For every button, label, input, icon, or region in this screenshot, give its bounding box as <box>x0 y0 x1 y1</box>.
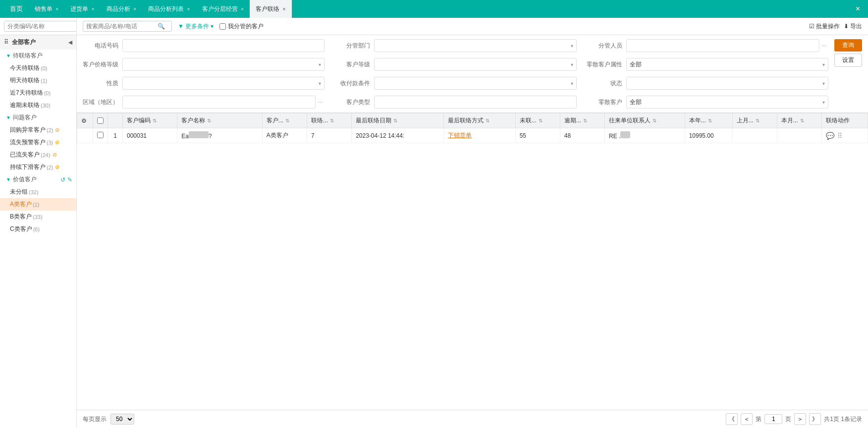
th-last-way-sort[interactable]: ⇅ <box>486 118 489 123</box>
filter-nature-select[interactable]: ▾ <box>122 77 325 90</box>
sidebar-item-a-class[interactable]: A类客户 (1) <box>0 198 76 211</box>
sidebar-group-pending[interactable]: ▼ 待联络客户 <box>0 50 76 62</box>
next-page-btn[interactable]: ＞ <box>794 413 806 425</box>
more-filters-btn[interactable]: ▼ 更多条件 ▾ <box>178 22 214 31</box>
th-gear[interactable]: ⚙ <box>77 113 93 128</box>
first-page-btn[interactable]: 《 <box>726 413 738 425</box>
td-code[interactable]: 000031 <box>123 128 177 143</box>
nav-tab-sales-close[interactable]: × <box>55 6 58 12</box>
sidebar-item-ungroup[interactable]: 未分组 (32) <box>0 186 76 198</box>
filter-manager-input[interactable] <box>626 39 819 52</box>
filter-region-input[interactable] <box>122 96 316 108</box>
th-uncontact-sort[interactable]: ⇅ <box>539 118 542 123</box>
nav-tab-customer-contact-close[interactable]: × <box>282 6 285 12</box>
filter-customer-grade-select[interactable]: ▾ <box>374 58 576 71</box>
my-customers-check[interactable]: 我分管的客户 <box>219 22 264 31</box>
th-this-month-sort[interactable]: ⇅ <box>800 118 804 123</box>
filter-payment-select[interactable]: ▾ <box>374 77 576 90</box>
th-overdue[interactable]: 逾期... ⇅ <box>560 113 604 128</box>
sidebar-item-c-class[interactable]: C类客户 (6) <box>0 223 76 235</box>
sidebar-item-abnormal[interactable]: 回购异常客户 (2) ⊘ <box>0 124 76 136</box>
filter-price-grade-select[interactable]: ▾ <box>122 58 325 71</box>
qr-action-icon[interactable]: ⠿ <box>837 132 842 140</box>
row-checkbox[interactable] <box>97 132 104 138</box>
th-name[interactable]: 客户名称 ⇅ <box>177 113 263 128</box>
nav-tab-customer-segment[interactable]: 客户分层经营 × <box>196 0 250 18</box>
refresh-icon[interactable]: ↺ <box>60 176 65 183</box>
th-overdue-sort[interactable]: ⇅ <box>583 118 587 123</box>
sidebar-item-b-class[interactable]: B类客户 (33) <box>0 211 76 223</box>
th-type-sort[interactable]: ⇅ <box>285 118 289 123</box>
nav-tab-analysis-list-close[interactable]: × <box>187 6 190 12</box>
th-last-date[interactable]: 最后联络日期 ⇅ <box>352 113 444 128</box>
query-button[interactable]: 查询 <box>834 39 862 52</box>
main-search-input[interactable] <box>86 23 156 30</box>
nav-tab-analysis-close[interactable]: × <box>133 6 136 12</box>
batch-op-btn[interactable]: ☑ 批量操作 <box>809 22 840 31</box>
th-this-year[interactable]: 本年... ⇅ <box>685 113 732 128</box>
th-last-month[interactable]: 上月... ⇅ <box>732 113 777 128</box>
filter-customer-type-input[interactable] <box>374 96 576 108</box>
sidebar-item-today[interactable]: 今天待联络 (0) <box>0 62 76 74</box>
nav-tab-customer-contact[interactable]: 客户联络 × <box>250 0 291 18</box>
nav-tab-analysis[interactable]: 商品分析 × <box>101 0 142 18</box>
filter-region-dots[interactable]: ··· <box>316 99 325 106</box>
select-all-checkbox[interactable] <box>97 117 104 124</box>
nav-tab-sales[interactable]: 销售单 × <box>29 0 64 18</box>
sidebar-item-overdue[interactable]: 逾期未联络 (30) <box>0 99 76 111</box>
th-contact-sort[interactable]: ⇅ <box>330 118 334 123</box>
th-overdue-label: 逾期... <box>564 116 581 125</box>
th-unit-contact[interactable]: 往来单位联系人 ⇅ <box>604 113 685 128</box>
7days-label: 近7天待联络 <box>10 89 43 97</box>
settings-button[interactable]: 设置 <box>834 54 862 67</box>
prev-page-btn[interactable]: ＜ <box>741 413 753 425</box>
last-way-link[interactable]: 下销货单 <box>448 132 472 139</box>
sidebar-group-problem[interactable]: ▼ 问题客户 <box>0 111 76 124</box>
th-name-sort[interactable]: ⇅ <box>207 118 211 123</box>
nav-tab-customer-segment-close[interactable]: × <box>241 6 244 12</box>
th-last-way[interactable]: 最后联络方式 ⇅ <box>444 113 516 128</box>
nav-tab-analysis-list[interactable]: 商品分析列表 × <box>142 0 196 18</box>
th-this-month[interactable]: 本月... ⇅ <box>777 113 821 128</box>
sidebar-item-loss-warn[interactable]: 流失预警客户 (3) ⊘ <box>0 136 76 149</box>
gear-icon: ⚙ <box>81 117 87 124</box>
filter-retail-attr-select[interactable]: 全部 ▾ <box>626 58 828 71</box>
sidebar-item-lost[interactable]: 已流失客户 (24) ⊘ <box>0 149 76 161</box>
nav-home[interactable]: 首页 <box>4 0 29 18</box>
th-this-year-sort[interactable]: ⇅ <box>708 118 712 123</box>
page-input[interactable] <box>764 414 782 424</box>
filter-status-select[interactable]: ▾ <box>626 77 828 90</box>
td-name[interactable]: Ea? <box>177 128 263 143</box>
sidebar-group-value[interactable]: ▼ 价值客户 ↺ ✎ <box>0 173 76 186</box>
edit-icon[interactable]: ✎ <box>67 176 72 183</box>
filter-dept-select[interactable]: ▾ <box>374 39 576 52</box>
sidebar-item-tomorrow[interactable]: 明天待联络 (1) <box>0 74 76 87</box>
sidebar-item-7days[interactable]: 近7天待联络 (0) <box>0 87 76 99</box>
th-unit-contact-sort[interactable]: ⇅ <box>652 118 656 123</box>
sidebar-item-declining[interactable]: 持续下滑客户 (2) ⊘ <box>0 161 76 173</box>
window-close-button[interactable]: × <box>852 4 864 13</box>
sidebar-collapse-icon[interactable]: ◀ <box>68 40 72 45</box>
filter-phone-input[interactable] <box>122 39 325 52</box>
th-last-month-sort[interactable]: ⇅ <box>756 118 760 123</box>
th-code-sort[interactable]: ⇅ <box>153 118 157 123</box>
nav-tab-sales-label: 销售单 <box>35 5 53 13</box>
th-type[interactable]: 客户... ⇅ <box>262 113 307 128</box>
th-contact[interactable]: 联络... ⇅ <box>307 113 352 128</box>
td-last-way[interactable]: 下销货单 <box>444 128 516 143</box>
last-page-btn[interactable]: 》 <box>809 413 821 425</box>
nav-tab-purchase[interactable]: 进货单 × <box>64 0 100 18</box>
nav-tab-purchase-close[interactable]: × <box>91 6 94 12</box>
sidebar-search-input[interactable] <box>4 21 77 32</box>
filter-manager-dots[interactable]: ··· <box>819 42 828 49</box>
th-last-date-sort[interactable]: ⇅ <box>393 118 397 123</box>
th-uncontact[interactable]: 未联... ⇅ <box>515 113 560 128</box>
per-page-select[interactable]: 50 <box>110 414 134 425</box>
sidebar-all-customers[interactable]: ⠿ 全部客户 ◀ <box>0 35 76 50</box>
export-btn[interactable]: ⬇ 导出 <box>844 22 862 31</box>
my-customers-checkbox[interactable] <box>219 23 226 30</box>
chat-action-icon[interactable]: 💬 <box>826 132 834 140</box>
filter-retail-customer-select[interactable]: 全部 ▾ <box>626 96 828 108</box>
th-code[interactable]: 客户编码 ⇅ <box>123 113 177 128</box>
main-search-icon[interactable]: 🔍 <box>158 23 165 30</box>
